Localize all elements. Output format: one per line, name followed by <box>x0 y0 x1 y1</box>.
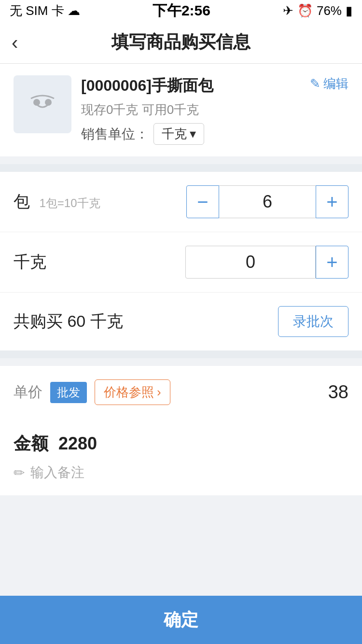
product-stock: 现存0千克 可用0千克 <box>81 101 348 118</box>
amount-row: 金额 2280 <box>14 432 348 456</box>
batch-button[interactable]: 录批次 <box>278 306 348 337</box>
price-section: 单价 批发 价格参照 › 38 <box>0 366 362 419</box>
total-label: 共购买 60 千克 <box>14 310 123 333</box>
status-bar: 无 SIM 卡 ☁ 下午2:56 ✈ ⏰ 76% ▮ <box>0 0 362 21</box>
bag-sub-label: 1包=10千克 <box>39 196 100 210</box>
status-time: 下午2:56 <box>153 1 210 21</box>
total-row: 共购买 60 千克 录批次 <box>0 293 362 350</box>
edit-icon: ✎ <box>310 76 320 91</box>
sim-status: 无 SIM 卡 ☁ <box>10 2 80 19</box>
status-right: ✈ ⏰ 76% ▮ <box>283 3 352 18</box>
bag-label: 包 1包=10千克 <box>14 191 186 213</box>
back-button[interactable]: ‹ <box>12 33 18 52</box>
price-type-tag: 批发 <box>50 382 87 403</box>
bag-quantity-input[interactable] <box>219 185 316 218</box>
product-image <box>14 75 71 133</box>
product-card: [0000006]手撕面包 现存0千克 可用0千克 销售单位： 千克 ▾ ✎ 编… <box>0 64 362 156</box>
kg-label: 千克 <box>14 251 185 273</box>
amount-section: 金额 2280 ✏ 输入备注 <box>0 419 362 495</box>
price-label: 单价 <box>14 382 42 402</box>
remark-placeholder: 输入备注 <box>30 463 84 482</box>
section-divider-2 <box>0 350 362 358</box>
bag-quantity-control: − + <box>186 185 348 218</box>
status-left: 无 SIM 卡 ☁ <box>10 2 80 19</box>
product-name: [0000006]手撕面包 <box>81 75 348 97</box>
section-divider <box>0 164 362 172</box>
input-section: 包 1包=10千克 − + 千克 + <box>0 172 362 293</box>
remark-row[interactable]: ✏ 输入备注 <box>14 463 348 482</box>
battery-level: 76% <box>317 3 342 18</box>
bag-quantity-row: 包 1包=10千克 − + <box>0 172 362 232</box>
page-title: 填写商品购买信息 <box>111 30 251 54</box>
confirm-bar[interactable]: 确定 <box>0 596 362 644</box>
kg-quantity-row: 千克 + <box>0 232 362 293</box>
edit-remark-icon: ✏ <box>14 465 25 481</box>
unit-label: 销售单位： <box>81 125 149 143</box>
unit-select[interactable]: 千克 ▾ <box>153 123 204 145</box>
amount-label: 金额 <box>14 434 48 453</box>
kg-plus-button[interactable]: + <box>316 246 348 279</box>
product-logo-icon <box>27 89 58 120</box>
price-value: 38 <box>328 382 348 403</box>
product-unit-row: 销售单位： 千克 ▾ <box>81 123 348 145</box>
edit-button[interactable]: ✎ 编辑 <box>310 75 348 92</box>
chevron-down-icon: ▾ <box>190 126 196 141</box>
kg-quantity-input[interactable] <box>185 246 316 279</box>
product-info: [0000006]手撕面包 现存0千克 可用0千克 销售单位： 千克 ▾ <box>81 75 348 145</box>
battery-icon: ▮ <box>346 3 352 18</box>
bag-minus-button[interactable]: − <box>186 185 219 218</box>
kg-quantity-control: + <box>185 246 348 279</box>
location-icon: ✈ <box>283 3 293 18</box>
nav-bar: ‹ 填写商品购买信息 <box>0 21 362 64</box>
chevron-right-icon: › <box>157 385 161 400</box>
alarm-icon: ⏰ <box>297 3 313 18</box>
amount-value: 2280 <box>58 434 97 453</box>
bag-plus-button[interactable]: + <box>316 185 348 218</box>
confirm-button[interactable]: 确定 <box>164 608 198 632</box>
price-ref-button[interactable]: 价格参照 › <box>95 379 170 405</box>
